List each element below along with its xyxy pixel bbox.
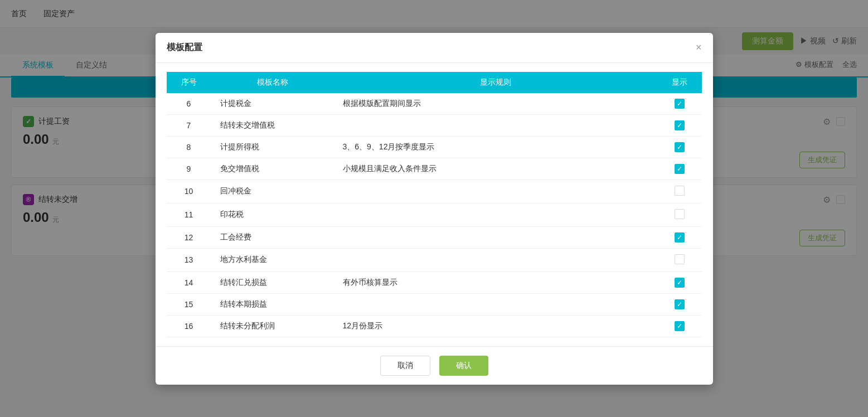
table-body: 6计提税金根据模版配置期间显示✓7结转未交增值税✓8计提所得税3、6、9、12月… xyxy=(167,93,702,337)
cell-seq: 13 xyxy=(167,248,211,271)
cell-rule xyxy=(334,293,657,315)
cell-name: 结转未分配利润 xyxy=(211,315,334,337)
cell-checkbox[interactable]: ✓ xyxy=(657,114,702,136)
cell-name: 免交增值税 xyxy=(211,158,334,180)
table-row: 7结转未交增值税✓ xyxy=(167,114,702,136)
cell-checkbox[interactable] xyxy=(657,180,702,203)
checkbox-checked[interactable]: ✓ xyxy=(675,142,685,152)
col-rule: 显示规则 xyxy=(334,72,657,93)
checkbox-unchecked[interactable] xyxy=(675,209,685,219)
cell-rule xyxy=(334,114,657,136)
table-row: 13地方水利基金 xyxy=(167,248,702,271)
cell-name: 印花税 xyxy=(211,203,334,226)
table-row: 11印花税 xyxy=(167,203,702,226)
modal-footer: 取消 确认 xyxy=(156,346,713,385)
cell-seq: 6 xyxy=(167,93,211,115)
table-row: 9免交增值税小规模且满足收入条件显示✓ xyxy=(167,158,702,180)
cell-seq: 15 xyxy=(167,293,211,315)
col-name: 模板名称 xyxy=(211,72,334,93)
cell-checkbox[interactable] xyxy=(657,248,702,271)
confirm-button[interactable]: 确认 xyxy=(439,356,488,376)
table-scroll-container[interactable]: 序号 模板名称 显示规则 显示 6计提税金根据模版配置期间显示✓7结转未交增值税… xyxy=(167,72,702,337)
cell-seq: 12 xyxy=(167,226,211,248)
cell-seq: 16 xyxy=(167,315,211,337)
cell-name: 工会经费 xyxy=(211,226,334,248)
modal-body: 序号 模板名称 显示规则 显示 6计提税金根据模版配置期间显示✓7结转未交增值税… xyxy=(156,63,713,346)
cell-name: 结转汇兑损益 xyxy=(211,271,334,293)
table-row: 6计提税金根据模版配置期间显示✓ xyxy=(167,93,702,115)
cell-seq: 10 xyxy=(167,180,211,203)
cell-checkbox[interactable]: ✓ xyxy=(657,271,702,293)
checkbox-unchecked[interactable] xyxy=(675,254,685,264)
checkbox-checked[interactable]: ✓ xyxy=(675,321,685,331)
cell-checkbox[interactable]: ✓ xyxy=(657,315,702,337)
cell-name: 结转未交增值税 xyxy=(211,114,334,136)
modal-header: 模板配置 × xyxy=(156,33,713,63)
cell-checkbox[interactable]: ✓ xyxy=(657,93,702,115)
checkbox-checked[interactable]: ✓ xyxy=(675,232,685,243)
cell-seq: 7 xyxy=(167,114,211,136)
cell-name: 计提税金 xyxy=(211,93,334,115)
cell-seq: 9 xyxy=(167,158,211,180)
checkbox-checked[interactable]: ✓ xyxy=(675,120,685,130)
cell-checkbox[interactable]: ✓ xyxy=(657,136,702,158)
table-row: 10回冲税金 xyxy=(167,180,702,203)
table-header: 序号 模板名称 显示规则 显示 xyxy=(167,72,702,93)
cell-name: 结转本期损益 xyxy=(211,293,334,315)
checkbox-checked[interactable]: ✓ xyxy=(675,164,685,174)
table-row: 8计提所得税3、6、9、12月按季度显示✓ xyxy=(167,136,702,158)
cell-checkbox[interactable]: ✓ xyxy=(657,226,702,248)
cell-checkbox[interactable] xyxy=(657,203,702,226)
cell-rule: 12月份显示 xyxy=(334,315,657,337)
cell-rule: 有外币核算显示 xyxy=(334,271,657,293)
cell-seq: 8 xyxy=(167,136,211,158)
checkbox-checked[interactable]: ✓ xyxy=(675,278,685,288)
cell-rule: 小规模且满足收入条件显示 xyxy=(334,158,657,180)
cell-rule xyxy=(334,180,657,203)
table-row: 12工会经费✓ xyxy=(167,226,702,248)
cell-seq: 14 xyxy=(167,271,211,293)
cell-rule: 根据模版配置期间显示 xyxy=(334,93,657,115)
cell-name: 计提所得税 xyxy=(211,136,334,158)
col-seq: 序号 xyxy=(167,72,211,93)
modal-title: 模板配置 xyxy=(167,42,202,54)
col-show: 显示 xyxy=(657,72,702,93)
cell-seq: 11 xyxy=(167,203,211,226)
checkbox-unchecked[interactable] xyxy=(675,186,685,196)
table-row: 16结转未分配利润12月份显示✓ xyxy=(167,315,702,337)
cell-rule: 3、6、9、12月按季度显示 xyxy=(334,136,657,158)
cell-rule xyxy=(334,226,657,248)
cancel-button[interactable]: 取消 xyxy=(380,356,430,376)
cell-checkbox[interactable]: ✓ xyxy=(657,293,702,315)
cell-name: 回冲税金 xyxy=(211,180,334,203)
cell-rule xyxy=(334,248,657,271)
modal-overlay: 模板配置 × 序号 模板名称 显示规则 显示 6计提税金根据模版配置期间显 xyxy=(0,0,868,417)
config-table: 序号 模板名称 显示规则 显示 6计提税金根据模版配置期间显示✓7结转未交增值税… xyxy=(167,72,702,337)
checkbox-checked[interactable]: ✓ xyxy=(675,99,685,109)
modal-close-button[interactable]: × xyxy=(696,42,702,52)
cell-rule xyxy=(334,203,657,226)
template-config-modal: 模板配置 × 序号 模板名称 显示规则 显示 6计提税金根据模版配置期间显 xyxy=(156,33,713,385)
table-row: 14结转汇兑损益有外币核算显示✓ xyxy=(167,271,702,293)
cell-checkbox[interactable]: ✓ xyxy=(657,158,702,180)
table-row: 15结转本期损益✓ xyxy=(167,293,702,315)
checkbox-checked[interactable]: ✓ xyxy=(675,299,685,309)
cell-name: 地方水利基金 xyxy=(211,248,334,271)
